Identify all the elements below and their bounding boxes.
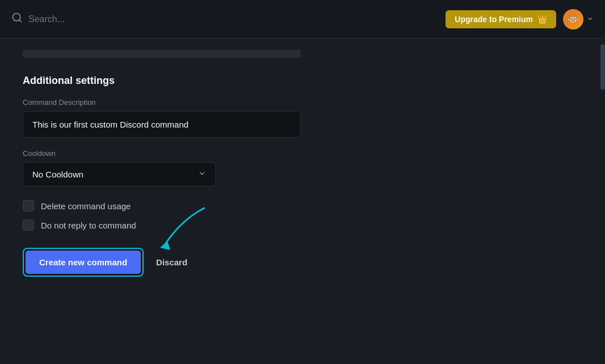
create-new-command-button[interactable]: Create new command bbox=[26, 251, 141, 274]
checkbox-no-reply-input[interactable] bbox=[23, 219, 34, 231]
checkbox-delete-input[interactable] bbox=[23, 200, 34, 211]
search-icon bbox=[11, 12, 23, 26]
checkbox-no-reply-label: Do not reply to command bbox=[41, 221, 136, 230]
search-input[interactable] bbox=[28, 14, 142, 24]
description-input[interactable]: This is our first custom Discord command bbox=[23, 111, 301, 138]
top-bar: Upgrade to Premium 👑 🐵 bbox=[0, 0, 605, 39]
search-area bbox=[11, 12, 446, 26]
avatar: 🐵 bbox=[563, 9, 583, 29]
create-button-wrapper: Create new command bbox=[23, 248, 144, 277]
section-title: Additional settings bbox=[23, 75, 605, 87]
main-content: Additional settings Command Description … bbox=[0, 39, 605, 364]
buttons-area: Create new command Discard bbox=[23, 248, 605, 277]
cooldown-chevron-icon bbox=[198, 170, 206, 179]
top-bar-right: Upgrade to Premium 👑 🐵 bbox=[446, 9, 594, 29]
avatar-wrap[interactable]: 🐵 bbox=[563, 9, 594, 29]
avatar-image: 🐵 bbox=[563, 9, 583, 29]
upgrade-button[interactable]: Upgrade to Premium 👑 bbox=[446, 10, 556, 28]
svg-line-1 bbox=[19, 20, 22, 22]
chevron-down-icon bbox=[587, 15, 594, 24]
cooldown-field-group: Cooldown No Cooldown bbox=[23, 149, 605, 187]
description-label: Command Description bbox=[23, 98, 605, 107]
scrollbar-track bbox=[600, 39, 605, 364]
svg-marker-2 bbox=[160, 241, 170, 250]
checkbox-no-reply: Do not reply to command bbox=[23, 219, 605, 231]
crown-icon: 👑 bbox=[537, 15, 547, 24]
arrow-pointer bbox=[148, 202, 216, 256]
cooldown-select[interactable]: No Cooldown bbox=[23, 162, 216, 187]
cooldown-label: Cooldown bbox=[23, 149, 605, 158]
description-field-group: Command Description This is our first cu… bbox=[23, 98, 605, 138]
checkbox-delete: Delete command usage bbox=[23, 200, 605, 211]
checkbox-delete-label: Delete command usage bbox=[41, 201, 131, 211]
cooldown-value: No Cooldown bbox=[32, 170, 83, 179]
scrollbar-thumb[interactable] bbox=[600, 44, 605, 90]
top-grey-bar bbox=[23, 50, 301, 58]
upgrade-label: Upgrade to Premium bbox=[455, 15, 533, 24]
